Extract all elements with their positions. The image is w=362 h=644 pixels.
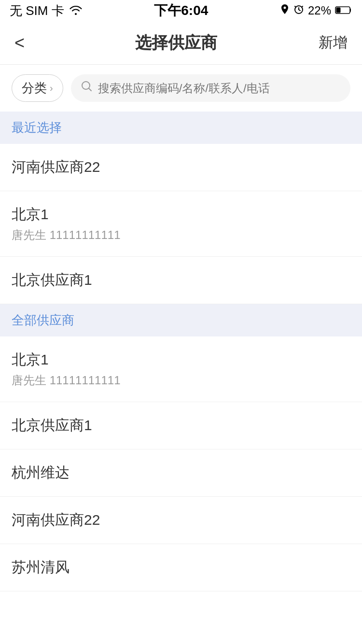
- all-list: 北京1唐先生 11111111111北京供应商1杭州维达河南供应商22苏州清风: [0, 336, 362, 591]
- status-left: 无 SIM 卡: [10, 2, 83, 19]
- category-label: 分类: [22, 80, 47, 97]
- filter-bar: 分类 ›: [0, 65, 362, 112]
- page-title: 选择供应商: [135, 32, 217, 54]
- location-icon: [280, 4, 290, 17]
- search-box[interactable]: [71, 74, 350, 102]
- back-button[interactable]: <: [14, 33, 43, 53]
- item-name: 北京1: [12, 350, 350, 370]
- item-name: 河南供应商22: [12, 510, 350, 530]
- wifi-icon: [69, 3, 83, 18]
- item-name: 北京供应商1: [12, 270, 350, 290]
- all-label: 全部供应商: [12, 313, 74, 327]
- item-sub: 唐先生 11111111111: [12, 373, 350, 388]
- item-name: 杭州维达: [12, 463, 350, 483]
- all-section-header: 全部供应商: [0, 304, 362, 336]
- recent-label: 最近选择: [12, 120, 62, 135]
- status-time: 下午6:04: [154, 1, 208, 20]
- recent-section-header: 最近选择: [0, 112, 362, 144]
- list-item[interactable]: 北京供应商1: [0, 402, 362, 449]
- chevron-right-icon: ›: [50, 83, 53, 94]
- category-button[interactable]: 分类 ›: [12, 74, 63, 102]
- item-sub: 唐先生 11111111111: [12, 227, 350, 243]
- item-name: 北京供应商1: [12, 416, 350, 435]
- item-name: 苏州清风: [12, 558, 350, 577]
- item-name: 北京1: [12, 205, 350, 224]
- recent-list: 河南供应商22北京1唐先生 11111111111北京供应商1: [0, 144, 362, 304]
- list-item[interactable]: 河南供应商22: [0, 144, 362, 191]
- status-right: 22%: [280, 4, 352, 17]
- alarm-icon: [293, 4, 304, 17]
- battery-percent: 22%: [308, 4, 331, 17]
- nav-bar: < 选择供应商 新增: [0, 21, 362, 65]
- no-sim-label: 无 SIM 卡: [10, 2, 64, 19]
- svg-rect-2: [336, 8, 340, 13]
- item-name: 河南供应商22: [12, 157, 350, 177]
- list-item[interactable]: 北京供应商1: [0, 257, 362, 304]
- search-icon: [81, 80, 93, 96]
- list-item[interactable]: 北京1唐先生 11111111111: [0, 191, 362, 257]
- list-item[interactable]: 苏州清风: [0, 544, 362, 591]
- status-bar: 无 SIM 卡 下午6:04 22%: [0, 0, 362, 21]
- list-item[interactable]: 杭州维达: [0, 449, 362, 497]
- battery-icon: [335, 4, 352, 17]
- list-item[interactable]: 河南供应商22: [0, 497, 362, 544]
- list-item[interactable]: 北京1唐先生 11111111111: [0, 336, 362, 402]
- search-input[interactable]: [98, 82, 341, 95]
- add-button[interactable]: 新增: [309, 33, 348, 53]
